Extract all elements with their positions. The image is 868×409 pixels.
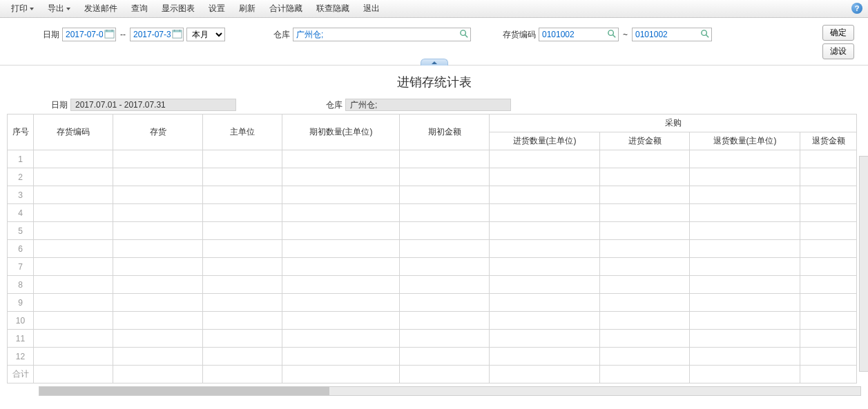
cell[interactable] [34,294,113,312]
cell[interactable] [203,150,282,168]
col-ret-qty[interactable]: 退货数量(主单位) [690,132,800,150]
cell[interactable] [600,348,690,366]
cell[interactable] [490,168,600,186]
cell[interactable] [203,330,282,348]
cell[interactable] [113,330,203,348]
table-row[interactable]: 6 [8,240,857,258]
table-row[interactable]: 3 [8,186,857,204]
cell[interactable] [490,258,600,276]
calendar-icon[interactable] [172,29,182,39]
cell[interactable] [400,258,490,276]
cell[interactable] [690,186,800,204]
cell[interactable] [113,312,203,330]
period-select[interactable]: 本月 [186,28,225,41]
refresh-button[interactable]: 刷新 [233,1,261,17]
cell[interactable] [800,186,857,204]
cell[interactable] [600,330,690,348]
cell[interactable] [34,222,113,240]
send-mail-button[interactable]: 发送邮件 [79,1,123,17]
cell[interactable] [600,258,690,276]
table-row[interactable]: 7 [8,258,857,276]
cell[interactable] [34,258,113,276]
cell[interactable] [34,330,113,348]
cell[interactable] [490,240,600,258]
show-chart-button[interactable]: 显示图表 [156,1,200,17]
cell[interactable] [282,240,400,258]
col-in-amt[interactable]: 进货金额 [600,132,690,150]
help-icon[interactable]: ? [851,3,862,14]
search-icon[interactable] [607,29,617,39]
cell[interactable] [490,294,600,312]
table-row[interactable]: 9 [8,294,857,312]
col-begin-qty[interactable]: 期初数量(主单位) [282,114,400,150]
cell[interactable] [400,204,490,222]
cell[interactable] [400,150,490,168]
cell[interactable] [400,168,490,186]
col-main-unit[interactable]: 主单位 [203,114,282,150]
cell[interactable] [113,294,203,312]
cell[interactable] [203,312,282,330]
cell[interactable] [800,294,857,312]
table-row[interactable]: 10 [8,312,857,330]
cell[interactable] [490,222,600,240]
cell[interactable] [690,312,800,330]
cell[interactable] [203,168,282,186]
cell[interactable] [282,168,400,186]
cell[interactable] [282,186,400,204]
table-row[interactable]: 4 [8,204,857,222]
cell[interactable] [34,168,113,186]
cell[interactable] [400,294,490,312]
print-menu[interactable]: 打印 [6,1,39,17]
cell[interactable] [600,186,690,204]
warehouse-input[interactable] [293,28,471,41]
cell[interactable] [34,186,113,204]
cell[interactable] [203,222,282,240]
cell[interactable] [34,240,113,258]
cell[interactable] [490,330,600,348]
cell[interactable] [800,240,857,258]
horizontal-scrollbar[interactable] [39,386,861,396]
cell[interactable] [400,240,490,258]
table-row[interactable]: 5 [8,222,857,240]
export-menu[interactable]: 导出 [42,1,76,17]
cell[interactable] [113,276,203,294]
cell[interactable] [600,312,690,330]
exit-button[interactable]: 退出 [358,1,385,17]
cell[interactable] [600,150,690,168]
cell[interactable] [490,348,600,366]
table-row[interactable]: 12 [8,348,857,366]
col-group-purchase[interactable]: 采购 [490,114,857,132]
cell[interactable] [203,348,282,366]
cell[interactable] [690,330,800,348]
cell[interactable] [282,312,400,330]
hide-join-button[interactable]: 联查隐藏 [311,1,355,17]
cell[interactable] [600,222,690,240]
cell[interactable] [690,258,800,276]
col-in-qty[interactable]: 进货数量(主单位) [490,132,600,150]
cell[interactable] [600,168,690,186]
cell[interactable] [490,276,600,294]
cell[interactable] [34,312,113,330]
cell[interactable] [400,222,490,240]
cell[interactable] [800,150,857,168]
cell[interactable] [800,348,857,366]
cell[interactable] [203,276,282,294]
col-stock[interactable]: 存货 [113,114,203,150]
cell[interactable] [490,312,600,330]
cell[interactable] [600,294,690,312]
cell[interactable] [34,204,113,222]
scrollbar-thumb[interactable] [39,387,329,395]
collapse-handle[interactable] [421,59,448,66]
cell[interactable] [800,258,857,276]
cell[interactable] [113,204,203,222]
cell[interactable] [800,276,857,294]
table-row[interactable]: 2 [8,168,857,186]
cell[interactable] [600,204,690,222]
cell[interactable] [113,168,203,186]
cell[interactable] [282,330,400,348]
cell[interactable] [400,186,490,204]
cell[interactable] [690,276,800,294]
col-begin-amt[interactable]: 期初金额 [400,114,490,150]
cell[interactable] [34,276,113,294]
cell[interactable] [800,330,857,348]
